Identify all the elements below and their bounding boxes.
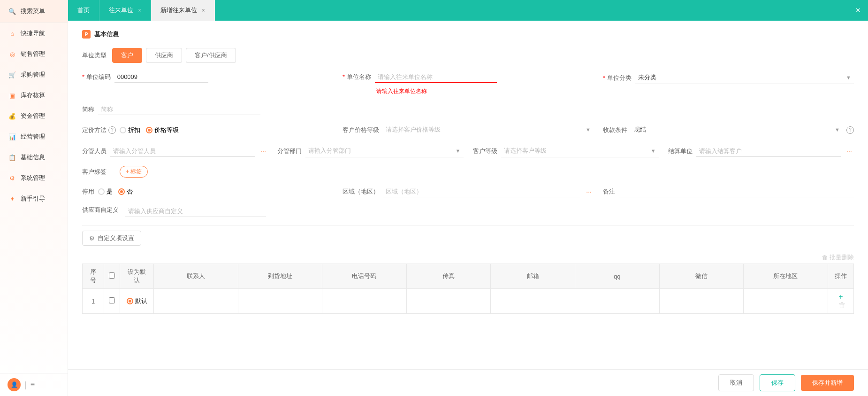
customer-tag-row: 客户标签 + 标签 [82,166,854,178]
default-radio[interactable]: 默认 [125,297,149,305]
wechat-input[interactable] [664,298,739,305]
select-all-checkbox[interactable] [109,272,115,279]
radio-grade[interactable]: 价格等级 [146,126,179,134]
col-address: 到货地址 [238,264,322,289]
col-action: 操作 [828,264,853,289]
add-row-btn[interactable]: + [838,293,843,301]
tab-bar: 首页 往来单位 × 新增往来单位 × × [68,0,868,21]
sidebar-item-label: 采购管理 [21,70,45,79]
pricing-help-icon[interactable]: ? [108,126,116,134]
col-checkbox[interactable] [104,264,120,289]
supervisor-input[interactable] [110,146,255,157]
sidebar-item-system[interactable]: ⚙ 系统管理 [0,168,68,188]
sidebar-item-inventory[interactable]: ▣ 库存核算 [0,85,68,106]
payment-terms-select[interactable]: 现结 ▼ [631,124,843,136]
short-name-input[interactable] [98,104,260,115]
section-icon: P [82,30,91,39]
save-button[interactable]: 保存 [760,374,795,391]
custom-settings-button[interactable]: ⚙ 自定义项设置 [82,231,141,246]
row-address[interactable] [238,289,322,314]
settlement-more-btn[interactable]: ··· [845,148,854,155]
tab-home[interactable]: 首页 [68,0,99,21]
short-name-row: 简称 [82,104,854,115]
supervisor-more-btn[interactable]: ··· [259,148,268,155]
tab-new-partner[interactable]: 新增往来单位 × [151,0,215,21]
row-phone[interactable] [322,289,407,314]
payment-help-icon[interactable]: ? [846,126,854,134]
row-email[interactable] [491,289,575,314]
phone-input[interactable] [327,298,402,305]
region-more-btn[interactable]: ··· [584,188,594,195]
contact-input[interactable] [159,298,233,305]
row-region[interactable] [744,289,828,314]
dept-placeholder: 请输入分管部门 [308,147,455,155]
pricing-method-label: 定价方法 ? [82,126,116,134]
region-label: 区域（地区） [343,187,379,196]
sidebar-search[interactable]: 🔍 搜索菜单 [0,0,68,23]
unit-name-input[interactable] [375,71,497,83]
sidebar-item-sales[interactable]: ◎ 销售管理 [0,44,68,64]
sidebar-item-purchase[interactable]: 🛒 采购管理 [0,64,68,85]
row-select-checkbox[interactable] [109,297,115,303]
finance-icon: 💰 [8,111,17,121]
row-default[interactable]: 默认 [120,289,154,314]
supervisor-row: 分管人员 ··· 分管部门 请输入分管部门 ▼ 客户等级 请选择客户等级 ▼ 结… [82,145,854,157]
batch-delete-button[interactable]: 🗑 批量删除 [822,253,854,262]
sidebar-item-operations[interactable]: 📊 经营管理 [0,126,68,147]
add-tag-button[interactable]: + 标签 [120,166,148,178]
tab-home-label: 首页 [77,6,90,15]
radio-no-circle [118,188,125,195]
tab-partners-close[interactable]: × [138,7,141,14]
cancel-button[interactable]: 取消 [718,374,754,391]
row-fax[interactable] [406,289,491,314]
settlement-label: 结算单位 [668,147,693,155]
fax-input[interactable] [411,298,486,305]
save-new-button[interactable]: 保存并新增 [801,375,854,391]
tab-new-partner-close[interactable]: × [202,7,205,14]
radio-yes[interactable]: 是 [98,187,113,196]
col-qq: qq [575,264,659,289]
supplier-custom-input[interactable] [125,206,266,217]
radio-no[interactable]: 否 [118,187,133,196]
sidebar-item-guide[interactable]: ✦ 新手引导 [0,188,68,209]
row-num: 1 [83,289,104,314]
tab-new-partner-label: 新增往来单位 [160,6,197,15]
customer-level-select[interactable]: 请选择客户等级 ▼ [501,145,659,157]
remark-input[interactable] [619,186,854,197]
sidebar-expand-icon[interactable]: ≡ [30,380,35,389]
default-radio-label: 默认 [135,297,147,305]
system-icon: ⚙ [8,173,17,183]
region-input[interactable] [383,186,580,197]
delete-row-btn[interactable]: 🗑 [838,301,846,309]
region-table-input[interactable] [748,298,823,305]
btn-customer[interactable]: 客户 [112,48,142,63]
customer-level-label: 客户等级 [473,147,497,155]
unit-name-wrapper [375,71,594,83]
radio-discount[interactable]: 折扣 [120,126,140,134]
email-input[interactable] [495,298,570,305]
tab-partners-label: 往来单位 [109,6,133,15]
btn-supplier[interactable]: 供应商 [146,48,182,63]
customer-price-chevron: ▼ [586,127,591,132]
row-wechat[interactable] [659,289,744,314]
settlement-input[interactable] [696,146,841,157]
btn-both[interactable]: 客户/供应商 [186,48,236,63]
row-checkbox[interactable] [104,289,120,314]
close-all-tabs[interactable]: × [848,6,868,16]
customer-level-placeholder: 请选择客户等级 [504,147,651,155]
customer-price-level-select[interactable]: 请选择客户价格等级 ▼ [383,124,594,136]
unit-category-select[interactable]: 未分类 ▼ [635,71,854,84]
short-name-label: 简称 [82,105,94,114]
unit-code-input[interactable] [114,71,208,83]
tab-partners[interactable]: 往来单位 × [99,0,151,21]
address-input[interactable] [243,298,318,305]
dept-select[interactable]: 请输入分管部门 ▼ [305,145,463,157]
qq-input[interactable] [580,298,655,305]
sidebar-item-quick-nav[interactable]: ⌂ 快捷导航 [0,23,68,44]
sidebar-item-label: 库存核算 [21,91,45,100]
row-contact[interactable] [153,289,238,314]
sidebar-item-basic[interactable]: 📋 基础信息 [0,147,68,168]
row-qq[interactable] [575,289,659,314]
sidebar-item-finance[interactable]: 💰 资金管理 [0,106,68,126]
user-avatar[interactable]: 👤 [8,378,21,391]
